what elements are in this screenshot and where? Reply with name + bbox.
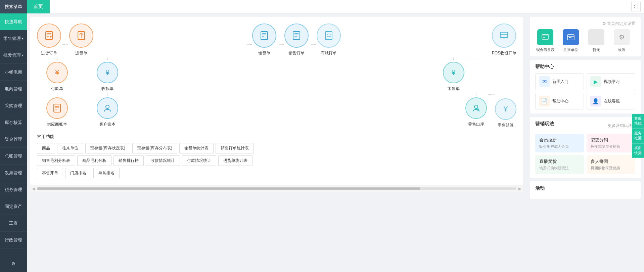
flow-node-sales-order[interactable]: 销售订单 (284, 24, 309, 56)
sidebar-item-admin[interactable]: 行政管理 (0, 232, 27, 248)
sidebar-item-purchase[interactable]: 采购管理 (0, 97, 27, 114)
btn-retail-order[interactable]: 零售开单 (37, 168, 63, 178)
sidebar-item-quicknav[interactable]: 快捷导航 (0, 13, 27, 30)
supplier-ledger-icon (46, 97, 68, 119)
flow-node-customer-ledger[interactable]: 客户账本 (97, 97, 118, 127)
more-marketing-link[interactable]: 更多营销玩法 > (608, 123, 635, 129)
float-btn-desktop[interactable]: 桌面快捷 (632, 143, 644, 158)
sidebar-item-ledger[interactable]: 总账管理 (0, 148, 27, 165)
flow-node-sales[interactable]: 销货单 (252, 24, 276, 56)
btn-goods[interactable]: 商品 (37, 143, 55, 153)
customer-ledger-label: 客户账本 (99, 122, 116, 127)
helpcenter-icon: 📄 (539, 96, 550, 106)
help-item-online-service[interactable]: 👤 在线客服 (587, 93, 635, 109)
btn-guide-rank[interactable]: 导购排名 (93, 168, 120, 178)
online-service-icon: 👤 (590, 96, 601, 106)
help-item-video[interactable]: ▶ 视频学习 (587, 73, 635, 90)
btn-purchase-stat[interactable]: 进货单统计表 (218, 155, 252, 166)
svg-point-24 (106, 105, 109, 108)
svg-point-25 (474, 105, 478, 108)
btn-stock-dist[interactable]: 现存量(库存分布表) (132, 143, 177, 153)
quick-icons-section: 首页自定义设置 现金流量表 往来单 (530, 17, 641, 56)
btn-sales-order-stat[interactable]: 销售订单统计表 (216, 143, 254, 153)
btn-sales-stat[interactable]: 销货单统计表 (179, 143, 214, 153)
flow-node-purchase-order[interactable]: 进货订单 (37, 24, 61, 56)
sidebar-item-ecom-small[interactable]: 小畅电商 (0, 64, 27, 81)
sidebar-item-invoice[interactable]: 发票管理 (0, 165, 27, 181)
btn-payment-stat[interactable]: 付款情况统计 (182, 155, 216, 166)
flow-node-retail-out[interactable]: 零售出库 (465, 97, 487, 127)
tab-home[interactable]: 首页 (27, 0, 50, 13)
help-grid: ✉ 新手入门 ▶ 视频学习 📄 帮助中心 👤 (535, 73, 635, 109)
marketing-header: 营销玩法 更多营销玩法 > (535, 121, 635, 130)
cashflow-icon (537, 29, 553, 45)
btn-stock-status[interactable]: 现存量(库存状况表) (85, 143, 130, 153)
online-service-label: 在线客服 (604, 98, 620, 104)
quick-icon-settings[interactable]: ⚙ 设置 (612, 29, 632, 52)
activity-section: 活动 (530, 181, 641, 199)
svg-rect-20 (54, 104, 60, 112)
marketing-item-member[interactable]: 会员拉新 吸引用户成为会员 (535, 134, 584, 152)
sidebar-item-inventory[interactable]: 库存核算 (0, 114, 27, 131)
help-item-helpcenter[interactable]: 📄 帮助中心 (535, 93, 584, 109)
pos-label: POS收银开单 (492, 50, 516, 56)
sidebar-item-payroll[interactable]: 工资 (0, 215, 27, 232)
marketing-item-group[interactable]: 多人拼团 拼团购物享受优惠 (587, 155, 635, 174)
flow-node-receipt[interactable]: ¥ 收款单 (97, 62, 118, 92)
scroll-bar[interactable]: ◀ ▶ (30, 185, 523, 192)
flow-node-retail-settle[interactable]: ¥ 零售结算 (495, 98, 516, 128)
activity-title: 活动 (535, 185, 635, 191)
retail-order-label: 零售单 (448, 86, 460, 92)
sidebar-item-wholesale[interactable]: 批发管理 ▾ (0, 47, 27, 64)
help-center-title: 帮助中心 (535, 64, 635, 70)
search-menu[interactable]: 搜索菜单 (0, 0, 27, 13)
member-title: 会员拉新 (539, 137, 580, 143)
customize-settings-btn[interactable]: 首页自定义设置 (602, 21, 635, 27)
sidebar-item-tax[interactable]: 税务管理 (0, 181, 27, 198)
btn-goods-profit[interactable]: 商品毛利分析 (77, 155, 111, 166)
fullscreen-button[interactable]: ⛶ (631, 2, 641, 11)
btn-receipt-stat[interactable]: 收款情况统计 (146, 155, 180, 166)
btn-sales-rank[interactable]: 销售排行榜 (113, 155, 144, 166)
group-desc: 拼团购物享受优惠 (591, 166, 631, 171)
help-item-beginner[interactable]: ✉ 新手入门 (535, 73, 584, 90)
btn-store-rank[interactable]: 门店排名 (65, 168, 91, 178)
btn-partners[interactable]: 往来单位 (57, 143, 83, 153)
flow-node-pos[interactable]: POS收银开单 (492, 24, 516, 56)
common-buttons-row3: 零售开单 门店排名 导购排名 (37, 168, 516, 178)
flow-node-payment[interactable]: ¥ 付款单 (46, 62, 68, 92)
svg-rect-26 (542, 35, 549, 39)
btn-sales-profit[interactable]: 销售毛利分析表 (37, 155, 75, 166)
quick-icon-cashflow[interactable]: 现金流量表 (535, 29, 555, 52)
flow-node-mall-order[interactable]: 商城订单 (317, 24, 341, 56)
beginner-label: 新手入门 (552, 79, 568, 85)
flow-node-retail-order[interactable]: ¥ 零售单 (443, 62, 464, 92)
float-btn-service[interactable]: 客服热线 (632, 114, 644, 129)
main-layout: 快捷导航 零售管理 ▾ 批发管理 ▾ 小畅电商 电商管理 采购管理 库存核算 资… (0, 13, 644, 272)
flow-node-supplier-ledger[interactable]: 供应商账本 (46, 97, 68, 127)
marketing-grid: 会员拉新 吸引用户成为会员 裂变分销 裂变式发展分销商 直播卖货 场景式购物新玩… (535, 134, 635, 174)
beginner-icon: ✉ (539, 76, 550, 87)
mall-order-icon (317, 24, 341, 48)
float-btn-community[interactable]: 服务社区 (632, 129, 644, 143)
sidebar: 快捷导航 零售管理 ▾ 批发管理 ▾ 小畅电商 电商管理 采购管理 库存核算 资… (0, 13, 27, 272)
cashflow-label: 现金流量表 (536, 47, 555, 52)
video-icon: ▶ (590, 76, 601, 87)
flow-node-purchase[interactable]: 进货单 (69, 24, 93, 56)
customer-ledger-icon (97, 97, 118, 119)
main-content: 进货订单 - - - → 进货单 (27, 13, 644, 272)
sidebar-item-retail[interactable]: 零售管理 ▾ (0, 30, 27, 47)
marketing-item-fission[interactable]: 裂变分销 裂变式发展分销商 (587, 134, 635, 152)
quick-icons-grid: 现金流量表 往来单位 暂无 (535, 29, 635, 52)
sidebar-item-finance[interactable]: 资金管理 (0, 131, 27, 148)
receipt-label: 收款单 (101, 86, 113, 92)
help-center-section: 帮助中心 ✉ 新手入门 ▶ 视频学习 📄 帮助中心 (530, 60, 641, 114)
retail-settle-label: 零售结算 (498, 123, 514, 128)
sidebar-item-ecom-mgmt[interactable]: 电商管理 (0, 81, 27, 97)
sidebar-item-assets[interactable]: 固定资产 (0, 198, 27, 215)
quick-icon-partners[interactable]: 往来单位 (561, 29, 581, 52)
sidebar-gear-icon[interactable]: ⚙ (0, 255, 27, 272)
purchase-order-icon (37, 24, 61, 48)
right-panel: 首页自定义设置 现金流量表 往来单 (526, 13, 644, 272)
marketing-item-live[interactable]: 直播卖货 场景式购物新玩法 (535, 155, 584, 174)
